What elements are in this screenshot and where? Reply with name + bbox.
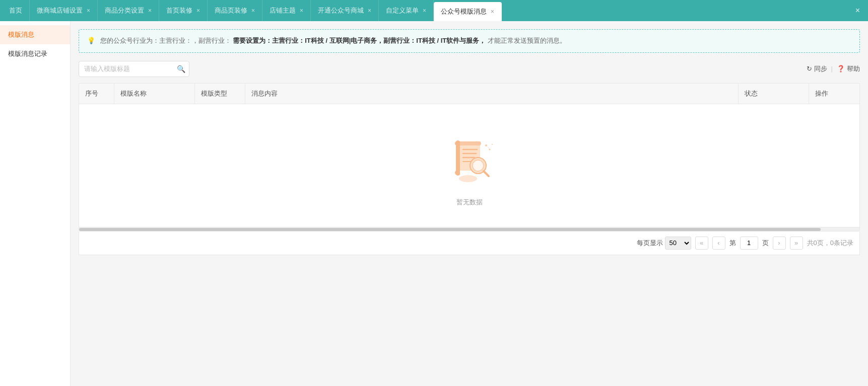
notice-icon: 💡 [87,37,95,44]
current-page-input[interactable] [740,237,758,250]
col-name: 模版名称 [114,84,195,104]
prev-page-button[interactable]: ‹ [712,237,725,250]
page-prefix-label: 第 [729,239,736,248]
col-status: 状态 [739,84,809,104]
help-icon: ❓ [837,65,845,72]
close-all-button[interactable]: × [849,6,866,15]
tab-product-category[interactable]: 商品分类设置× [98,0,159,21]
tab-template-msg[interactable]: 公众号模版消息× [434,2,502,21]
svg-point-6 [473,160,484,171]
page-suffix-label: 页 [762,239,769,248]
col-type: 模版类型 [195,84,245,104]
svg-point-8 [485,144,487,146]
empty-state: 暂无数据 [79,104,859,227]
toolbar-right: ↻ 同步 | ❓ 帮助 [807,64,860,73]
sidebar: 模版消息模版消息记录 [0,21,71,386]
sidebar-item-template-record[interactable]: 模版消息记录 [0,44,70,63]
total-info: 共0页，0条记录 [807,239,853,248]
tab-home-decoration[interactable]: 首页装修× [159,0,208,21]
content-area: 💡 您的公众号行业为：主营行业：，副营行业： 需要设置为：主营行业：IT科技 /… [71,21,868,386]
search-bar: 🔍 ↻ 同步 | ❓ 帮助 [79,61,860,77]
col-content: 消息内容 [245,84,739,104]
sync-button[interactable]: ↻ 同步 [807,64,827,73]
notice-box: 💡 您的公众号行业为：主营行业：，副营行业： 需要设置为：主营行业：IT科技 /… [79,29,860,53]
col-action: 操作 [809,84,859,104]
tab-custom-menu[interactable]: 自定义菜单× [379,0,434,21]
help-label: 帮助 [847,64,860,73]
svg-point-10 [492,144,493,145]
help-button[interactable]: ❓ 帮助 [837,64,860,73]
empty-text: 暂无数据 [456,198,483,207]
tab-bar: 首页微商城店铺设置×商品分类设置×首页装修×商品页装修×店铺主题×开通公众号商城… [0,0,868,21]
tab-close-store-theme[interactable]: × [300,8,303,14]
tab-close-home-decoration[interactable]: × [196,8,200,14]
tab-close-product-category[interactable]: × [148,8,152,14]
last-page-button[interactable]: » [790,237,803,250]
tab-store-theme[interactable]: 店铺主题× [262,0,311,21]
tab-home[interactable]: 首页 [2,0,30,21]
tab-close-template-msg[interactable]: × [491,9,494,15]
tab-close-product-decoration[interactable]: × [251,8,255,14]
pagination: 每页显示 50 10 20 100 « ‹ 第 页 › » 共0页，0条记录 [79,231,860,255]
table-wrapper: 序号 模版名称 模版类型 消息内容 状态 操作 [79,83,860,231]
svg-point-0 [459,175,477,182]
page-size-label: 每页显示 [637,239,663,248]
page-size-select[interactable]: 50 10 20 100 [665,237,691,250]
tab-close-open-mall[interactable]: × [368,8,371,14]
notice-suffix: 才能正常发送预置的消息。 [488,37,566,44]
toolbar-divider: | [831,65,833,72]
tab-shop-settings[interactable]: 微商城店铺设置× [30,0,98,21]
tab-close-custom-menu[interactable]: × [423,8,426,14]
sync-label: 同步 [814,64,827,73]
first-page-button[interactable]: « [695,237,708,250]
search-input[interactable] [79,61,189,77]
search-button[interactable]: 🔍 [177,65,185,73]
search-wrapper: 🔍 [79,61,189,77]
scroll-thumb[interactable] [79,228,821,231]
svg-line-7 [484,171,489,176]
empty-icon [442,134,497,190]
col-index: 序号 [79,84,114,104]
notice-prefix: 您的公众号行业为：主营行业：，副营行业： [100,37,231,44]
tab-open-mall[interactable]: 开通公众号商城× [311,0,379,21]
sync-icon: ↻ [807,65,812,72]
page-size-selector: 每页显示 50 10 20 100 [637,237,691,250]
next-page-button[interactable]: › [773,237,786,250]
tab-close-shop-settings[interactable]: × [87,8,90,14]
tab-product-decoration[interactable]: 商品页装修× [208,0,262,21]
sidebar-item-template-message[interactable]: 模版消息 [0,25,70,44]
horizontal-scrollbar[interactable] [79,227,859,231]
notice-highlight: 需要设置为：主营行业：IT科技 / 互联网|电子商务，副营行业：IT科技 / I… [233,37,486,44]
main-layout: 模版消息模版消息记录 💡 您的公众号行业为：主营行业：，副营行业： 需要设置为：… [0,21,868,386]
table-header: 序号 模版名称 模版类型 消息内容 状态 操作 [79,84,859,104]
